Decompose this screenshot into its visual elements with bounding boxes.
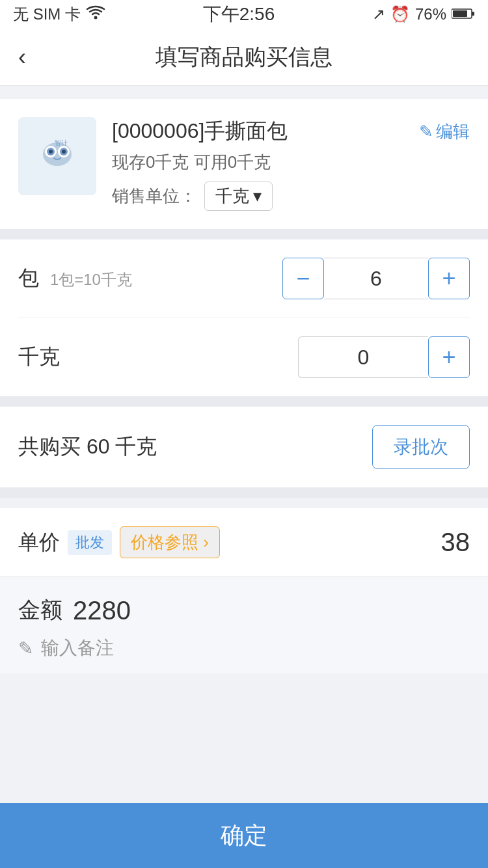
divider-1	[0, 229, 488, 239]
amount-row: 金额 2280	[18, 595, 470, 625]
svg-rect-3	[453, 10, 467, 17]
unit-selector[interactable]: 千克 ▾	[204, 182, 273, 211]
nav-bar: ‹ 填写商品购买信息	[0, 29, 488, 86]
bao-increment-button[interactable]: +	[428, 258, 470, 299]
svg-point-9	[49, 150, 53, 154]
bao-input-section: 包 1包=10千克 − +	[0, 239, 488, 318]
product-thumb-icon: 智计	[36, 135, 78, 178]
summary-section: 共购买 60 千克 录批次	[0, 407, 488, 487]
edit-icon: ✎	[419, 122, 433, 142]
bao-decrement-button[interactable]: −	[282, 258, 324, 299]
amount-section: 金额 2280 ✎ 输入备注	[0, 576, 488, 673]
wifi-icon	[86, 5, 105, 23]
summary-row: 共购买 60 千克 录批次	[18, 407, 470, 487]
bao-input[interactable]	[324, 258, 428, 299]
kg-input[interactable]	[298, 336, 428, 378]
amount-label: 金额	[18, 595, 62, 625]
price-ref-button[interactable]: 价格参照 ›	[120, 526, 220, 558]
amount-value: 2280	[73, 596, 131, 625]
page-title: 填写商品购买信息	[156, 42, 332, 72]
battery-percentage: 76%	[415, 5, 446, 23]
kg-input-section: 千克 +	[0, 318, 488, 396]
price-badge: 批发	[68, 530, 112, 555]
kg-stepper: +	[298, 336, 470, 378]
bao-label: 包 1包=10千克	[18, 264, 282, 293]
summary-text: 共购买 60 千克	[18, 433, 157, 461]
unit-label: 销售单位：	[112, 185, 197, 208]
status-left: 无 SIM 卡	[13, 4, 105, 25]
bao-input-row: 包 1包=10千克 − +	[18, 239, 470, 318]
status-time: 下午2:56	[203, 2, 275, 27]
status-right: ↗ ⏰ 76%	[372, 5, 475, 23]
remark-icon: ✎	[18, 638, 33, 659]
batch-button[interactable]: 录批次	[372, 425, 470, 469]
status-bar: 无 SIM 卡 下午2:56 ↗ ⏰ 76%	[0, 0, 488, 29]
product-stock: 现存0千克 可用0千克	[112, 151, 470, 174]
sim-status: 无 SIM 卡	[13, 4, 81, 25]
edit-button[interactable]: ✎ 编辑	[419, 120, 470, 143]
kg-label: 千克	[18, 343, 298, 372]
confirm-bar[interactable]: 确定	[0, 803, 488, 868]
price-row: 单价 批发 价格参照 › 38	[18, 526, 470, 558]
svg-rect-2	[472, 12, 474, 16]
remark-placeholder[interactable]: 输入备注	[41, 636, 114, 660]
bao-stepper: − +	[282, 258, 470, 299]
kg-input-row: 千克 +	[18, 318, 470, 396]
product-name: [0000006]手撕面包	[112, 117, 288, 146]
product-card: 智计 [0000006]手撕面包 ✎ 编辑 现存0千克 可用0千克 销售单位： …	[0, 99, 488, 229]
alarm-icon: ⏰	[390, 5, 410, 23]
location-icon: ↗	[372, 5, 385, 23]
divider-2	[0, 396, 488, 407]
price-label: 单价 批发 价格参照 ›	[18, 526, 220, 558]
divider-3	[0, 487, 488, 498]
bao-sublabel: 1包=10千克	[50, 271, 132, 288]
price-section: 单价 批发 价格参照 › 38	[0, 508, 488, 576]
remark-row[interactable]: ✎ 输入备注	[18, 636, 470, 660]
kg-increment-button[interactable]: +	[428, 336, 470, 378]
svg-text:智计: 智计	[55, 139, 68, 146]
product-thumbnail: 智计	[18, 117, 96, 195]
svg-point-10	[62, 150, 66, 154]
price-value: 38	[441, 528, 470, 557]
back-button[interactable]: ‹	[18, 44, 26, 71]
confirm-button[interactable]: 确定	[221, 820, 267, 852]
svg-point-0	[94, 16, 98, 20]
product-info: [0000006]手撕面包 ✎ 编辑 现存0千克 可用0千克 销售单位： 千克 …	[112, 117, 470, 211]
battery-icon	[452, 5, 475, 23]
